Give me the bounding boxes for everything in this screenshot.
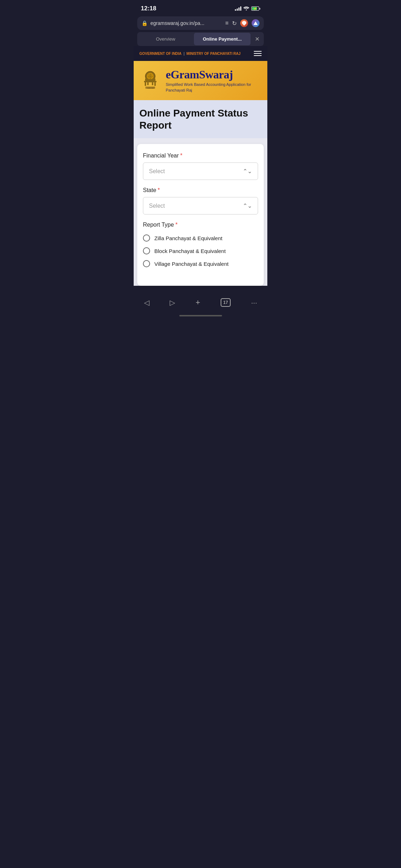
tab-overview[interactable]: Overview bbox=[137, 33, 194, 45]
refresh-icon[interactable]: ↻ bbox=[232, 20, 237, 27]
wifi-icon bbox=[243, 6, 249, 11]
hamburger-line-2 bbox=[254, 53, 262, 54]
state-required: * bbox=[158, 187, 160, 193]
radio-zilla-label: Zilla Panchayat & Equivalent bbox=[154, 235, 222, 241]
radio-village-label: Village Panchayat & Equivalent bbox=[154, 261, 228, 267]
report-type-required: * bbox=[175, 222, 178, 228]
back-button[interactable]: ◁ bbox=[138, 296, 155, 309]
radio-block-label: Block Panchayat & Equivalent bbox=[154, 248, 226, 254]
svg-rect-6 bbox=[145, 82, 146, 86]
brave-vpn-icon[interactable] bbox=[252, 19, 259, 27]
report-type-field: Report Type * Zilla Panchayat & Equivale… bbox=[143, 222, 258, 270]
svg-rect-4 bbox=[154, 78, 155, 81]
financial-year-placeholder: Select bbox=[149, 168, 165, 175]
page-title: Online Payment Status Report bbox=[139, 107, 262, 131]
radio-zilla-circle bbox=[143, 234, 150, 242]
svg-rect-9 bbox=[152, 82, 153, 85]
page-content: GOVERNMENT OF INDIA | MINISTRY OF PANCHA… bbox=[134, 46, 267, 286]
hamburger-line-1 bbox=[254, 51, 262, 52]
svg-rect-2 bbox=[146, 79, 154, 81]
svg-rect-7 bbox=[154, 82, 156, 86]
financial-year-field: Financial Year * Select ⌃⌄ bbox=[143, 153, 258, 180]
browser-address-bar[interactable]: 🔒 egramswaraj.gov.in/pa... ≡ ↻ bbox=[137, 16, 264, 30]
signal-icon bbox=[235, 6, 241, 11]
financial-year-label: Financial Year * bbox=[143, 153, 258, 159]
svg-text:सत्यमेव जयते: सत्यमेव जयते bbox=[146, 87, 154, 89]
brave-browser-icon[interactable] bbox=[240, 19, 248, 27]
radio-village[interactable]: Village Panchayat & Equivalent bbox=[143, 257, 258, 270]
bottom-nav: ◁ ▷ + 17 ··· bbox=[134, 291, 267, 312]
tabs-count-badge: 17 bbox=[221, 298, 231, 307]
radio-block[interactable]: Block Panchayat & Equivalent bbox=[143, 244, 258, 257]
home-bar bbox=[179, 315, 222, 316]
form-card: Financial Year * Select ⌃⌄ State * Selec… bbox=[137, 144, 264, 286]
status-icons: ⚡ bbox=[235, 6, 260, 11]
browser-tabs: Overview Online Payment... ✕ bbox=[137, 32, 264, 46]
app-title: eGramSwaraj bbox=[166, 68, 262, 81]
government-header-text: GOVERNMENT OF INDIA | MINISTRY OF PANCHA… bbox=[139, 52, 241, 56]
battery-icon: ⚡ bbox=[251, 6, 260, 11]
tab-close-button[interactable]: ✕ bbox=[251, 32, 264, 46]
status-time: 12:18 bbox=[141, 5, 156, 12]
browser-actions: ≡ ↻ bbox=[225, 19, 259, 27]
url-text: egramswaraj.gov.in/pa... bbox=[150, 20, 222, 26]
page-title-section: Online Payment Status Report bbox=[134, 100, 267, 138]
site-header: GOVERNMENT OF INDIA | MINISTRY OF PANCHA… bbox=[134, 46, 267, 61]
radio-block-circle bbox=[143, 247, 150, 254]
financial-year-required: * bbox=[180, 153, 182, 159]
logo-banner: सत्यमेव जयते eGramSwaraj Simplified Work… bbox=[134, 61, 267, 100]
financial-year-arrow-icon: ⌃⌄ bbox=[243, 168, 252, 175]
radio-zilla[interactable]: Zilla Panchayat & Equivalent bbox=[143, 232, 258, 244]
state-label: State * bbox=[143, 187, 258, 193]
radio-village-circle bbox=[143, 260, 150, 267]
svg-point-13 bbox=[149, 76, 151, 77]
svg-rect-5 bbox=[144, 81, 156, 82]
report-type-label: Report Type * bbox=[143, 222, 258, 228]
menu-lines-icon[interactable]: ≡ bbox=[225, 20, 228, 26]
hamburger-line-3 bbox=[254, 55, 262, 56]
svg-rect-8 bbox=[147, 82, 149, 85]
state-arrow-icon: ⌃⌄ bbox=[243, 202, 252, 209]
new-tab-button[interactable]: + bbox=[190, 296, 206, 309]
home-indicator bbox=[134, 312, 267, 321]
state-placeholder: Select bbox=[149, 203, 165, 209]
status-bar: 12:18 ⚡ bbox=[134, 0, 267, 15]
ashoka-emblem: सत्यमेव जयते bbox=[139, 68, 161, 93]
financial-year-select[interactable]: Select ⌃⌄ bbox=[143, 162, 258, 180]
state-select[interactable]: Select ⌃⌄ bbox=[143, 197, 258, 215]
state-field: State * Select ⌃⌄ bbox=[143, 187, 258, 215]
tab-online-payment[interactable]: Online Payment... bbox=[194, 33, 251, 45]
svg-rect-3 bbox=[145, 78, 147, 81]
forward-button[interactable]: ▷ bbox=[164, 296, 181, 309]
hamburger-menu[interactable] bbox=[254, 51, 262, 56]
logo-text-area: eGramSwaraj Simplified Work Based Accoun… bbox=[166, 68, 262, 93]
app-subtitle: Simplified Work Based Accounting Applica… bbox=[166, 82, 262, 93]
more-menu-button[interactable]: ··· bbox=[246, 296, 263, 309]
tabs-switcher-button[interactable]: 17 bbox=[215, 296, 236, 309]
lock-icon: 🔒 bbox=[142, 20, 148, 26]
